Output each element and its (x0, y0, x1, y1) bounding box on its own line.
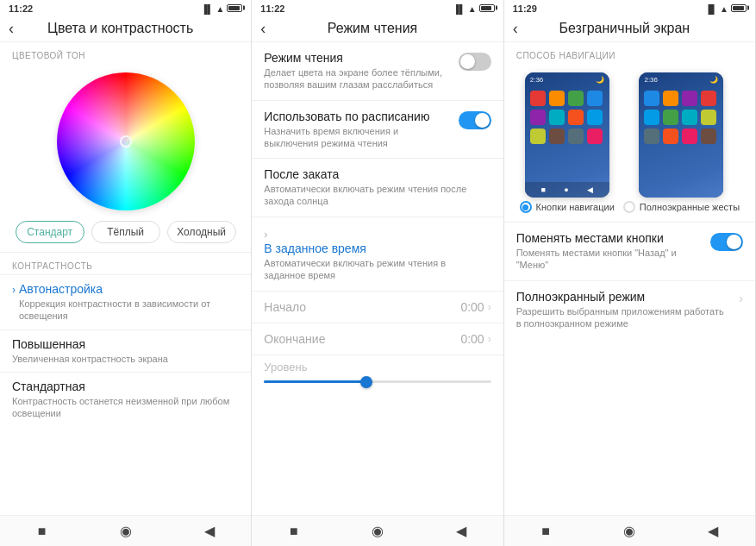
phone-screen-2: 2:36 🌙 (639, 72, 723, 198)
phone-status-1: 2:36 🌙 (525, 72, 609, 87)
contrast-std-title: Стандартная (12, 380, 239, 393)
status-time-2: 11:22 (260, 3, 284, 14)
setting-schedule[interactable]: Использовать по расписанию Назначить вре… (252, 101, 503, 159)
nav-circle-2[interactable]: ◉ (365, 523, 390, 539)
content-1: ЦВЕТОВОЙ ТОН Стандарт Тёплый Холодный КО… (0, 42, 251, 515)
contrast-high-subtitle: Увеличенная контрастность экрана (12, 353, 239, 365)
nav-option-gestures[interactable]: Полноэкранные жесты (623, 201, 740, 213)
nav-option-buttons[interactable]: Кнопки навигации (520, 201, 615, 213)
wifi-icon-3: ▲ (720, 4, 728, 14)
app-icon-7 (568, 110, 584, 125)
signal-icon-1: ▐▌ (201, 4, 213, 14)
reading-mode-title: Режим чтения (264, 51, 449, 65)
setting-sunset[interactable]: После заката Автоматически включать режи… (252, 159, 503, 217)
nav-square-1[interactable]: ■ (29, 524, 55, 539)
color-btn-warm[interactable]: Тёплый (91, 221, 160, 243)
app-icon-11 (568, 129, 584, 144)
scheduled-chevron-icon: › (264, 229, 267, 241)
phone-time-1: 2:36 (530, 76, 544, 84)
nav-square-2[interactable]: ■ (281, 524, 307, 539)
scheduled-left: › В заданное время Автоматически включат… (264, 226, 490, 282)
back-button-1[interactable]: ‹ (9, 21, 14, 36)
schedule-subtitle: Назначить время включения и выключения р… (264, 125, 449, 150)
contrast-item-high[interactable]: Повышенная Увеличенная контрастность экр… (0, 330, 251, 372)
phone-signal-1: 🌙 (596, 76, 604, 84)
radio-gestures[interactable] (623, 201, 635, 213)
bottom-nav-3: ■ ◉ ◀ (504, 515, 755, 546)
status-bar-3: 11:29 ▐▌ ▲ (504, 0, 755, 17)
status-time-3: 11:29 (513, 3, 537, 14)
app-icon-2-8 (701, 110, 716, 125)
time-start-value: 0:00 › (460, 300, 490, 314)
nav-option-gestures-label: Полноэкранные жесты (640, 202, 740, 212)
app-icon-9 (530, 129, 546, 144)
top-bar-3: ‹ Безграничный экран (504, 17, 755, 41)
time-end-chevron-icon: › (488, 333, 491, 345)
nav-circle-1[interactable]: ◉ (113, 523, 139, 539)
content-3: СПОСОБ НАВИГАЦИИ 2:36 🌙 (504, 42, 755, 515)
phone-nav-ci: ● (564, 185, 568, 194)
time-start-row[interactable]: Начало 0:00 › (252, 292, 503, 323)
contrast-item-standard[interactable]: Стандартная Контрастность останется неиз… (0, 373, 251, 427)
app-icon-2-6 (663, 110, 678, 125)
schedule-left: Использовать по расписанию Назначить вре… (264, 110, 458, 150)
reading-mode-subtitle: Делает цвета на экране более тёплыми, по… (264, 66, 449, 91)
signal-icon-3: ▐▌ (705, 4, 717, 14)
chevron-icon-auto: › (12, 284, 16, 296)
nav-back-1[interactable]: ◀ (197, 523, 222, 539)
setting-reading-mode[interactable]: Режим чтения Делает цвета на экране боле… (252, 42, 503, 100)
contrast-item-auto[interactable]: › Автонастройка Коррекция контрастности … (0, 275, 251, 329)
app-icon-2-3 (682, 91, 697, 106)
color-btn-cold[interactable]: Холодный (167, 221, 236, 243)
status-icons-3: ▐▌ ▲ (705, 4, 747, 14)
slider-track[interactable] (264, 380, 490, 383)
app-icon-6 (549, 110, 565, 125)
nav-back-2[interactable]: ◀ (448, 523, 474, 539)
bottom-nav-2: ■ ◉ ◀ (252, 515, 503, 546)
app-icon-1 (530, 91, 546, 106)
status-icons-2: ▐▌ ▲ (453, 4, 495, 14)
section-label-color: ЦВЕТОВОЙ ТОН (0, 42, 251, 64)
section-nav: СПОСОБ НАВИГАЦИИ (504, 42, 755, 64)
nav-circle-3[interactable]: ◉ (616, 523, 642, 539)
back-button-3[interactable]: ‹ (513, 21, 518, 36)
phone-time-2: 2:36 (644, 76, 658, 84)
color-wheel[interactable] (57, 72, 195, 210)
radio-buttons[interactable] (520, 201, 532, 213)
phone-nav-bar-1: ■ ● ◀ (525, 182, 609, 198)
panel-reading: 11:22 ▐▌ ▲ ‹ Режим чтения Режим чтения Д… (252, 0, 503, 546)
back-button-2[interactable]: ‹ (260, 21, 266, 36)
wifi-icon-2: ▲ (468, 4, 477, 14)
level-label: Уровень (264, 361, 490, 373)
panel-colors: 11:22 ▐▌ ▲ ‹ Цвета и контрастность ЦВЕТО… (0, 0, 252, 546)
page-title-3: Безграничный экран (523, 21, 726, 36)
reading-mode-toggle[interactable] (459, 53, 491, 71)
swap-left: Поменять местами кнопки Поменять местами… (516, 231, 710, 272)
time-end-row[interactable]: Окончание 0:00 › (252, 323, 503, 355)
schedule-toggle[interactable] (459, 111, 491, 129)
wifi-icon-1: ▲ (216, 4, 224, 14)
slider-thumb[interactable] (360, 376, 372, 388)
status-bar-2: 11:22 ▐▌ ▲ (252, 0, 503, 17)
nav-square-3[interactable]: ■ (533, 524, 559, 539)
setting-scheduled-time[interactable]: › В заданное время Автоматически включат… (252, 217, 503, 291)
fullscreen-row[interactable]: Полноэкранный режим Разрешить выбранным … (504, 281, 755, 339)
app-icon-4 (587, 91, 603, 106)
app-icon-2-10 (663, 129, 678, 144)
app-icon-10 (549, 129, 565, 144)
phone-nav-bk: ◀ (587, 185, 593, 194)
app-icon-5 (530, 110, 546, 125)
swap-toggle[interactable] (710, 233, 743, 251)
phone-icons-1 (525, 87, 609, 147)
time-end-label: Окончание (264, 332, 325, 346)
nav-option-buttons-label: Кнопки навигации (536, 202, 615, 212)
nav-back-3[interactable]: ◀ (700, 523, 726, 539)
app-icon-2-7 (682, 110, 697, 125)
phone-status-2: 2:36 🌙 (639, 72, 723, 87)
time-end-value: 0:00 › (460, 332, 490, 346)
swap-row[interactable]: Поменять местами кнопки Поменять местами… (504, 223, 755, 280)
reading-mode-left: Режим чтения Делает цвета на экране боле… (264, 51, 458, 91)
color-btn-standard[interactable]: Стандарт (16, 221, 84, 243)
contrast-auto-subtitle: Коррекция контрастности в зависимости от… (19, 298, 239, 323)
scheduled-content: В заданное время Автоматически включать … (264, 242, 482, 282)
